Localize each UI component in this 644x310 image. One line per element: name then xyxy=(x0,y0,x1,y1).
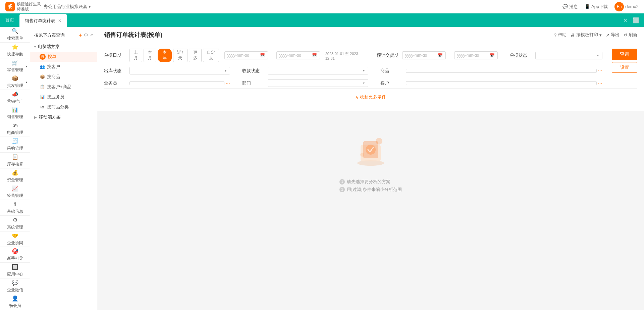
app-download-button[interactable]: 📱 App下载 xyxy=(585,4,608,10)
salesperson-label: 业务员 xyxy=(104,80,124,86)
sidebar: 🔍 搜索菜单 ⭐ 快捷导航 🛒 零售管理 ▾ 📦 批发管理 ▴ 📣 营销推广 📊… xyxy=(0,27,30,310)
date-btn-last-month[interactable]: 上月 xyxy=(129,49,142,62)
sidebar-item-ecommerce[interactable]: 🛍 电商管理 xyxy=(0,121,30,137)
page-actions: ? 帮助 🖨 按模板打印 ▾ ↗ 导出 ↺ xyxy=(554,32,637,38)
sidebar-item-guide[interactable]: 🎯 新手引导 xyxy=(0,247,30,263)
collapse-panel-button[interactable]: « xyxy=(90,32,93,38)
estimated-start-input[interactable]: yyyy-mm-dd 📅 xyxy=(402,51,446,59)
date-sub-text: 2023-01-01 至 2023-12-31 xyxy=(325,51,365,60)
sidebar-item-finance[interactable]: 💰 资金管理 xyxy=(0,168,30,184)
product-more-button[interactable]: ··· xyxy=(598,68,602,74)
tab-sales-order-stats[interactable]: 销售订单统计表 ✕ xyxy=(19,14,67,28)
sidebar-item-basic[interactable]: ℹ 基础信息 xyxy=(0,200,30,216)
date-range: yyyy-mm-dd 📅 — yyyy-mm-dd 📅 xyxy=(224,51,320,59)
sidebar-item-purchase[interactable]: 🧾 采购管理 xyxy=(0,137,30,153)
window-restore-button[interactable]: ⬜ xyxy=(632,16,640,24)
sidebar-item-system[interactable]: ⚙ 系统管理 xyxy=(0,216,30,231)
content-area: 按以下方案查询 + ⚙ « ▾ 电脑端方案 按 按单 xyxy=(30,27,644,310)
sidebar-item-inventory[interactable]: 📋 库存核算 xyxy=(0,153,30,168)
ship-chevron-icon: ▾ xyxy=(225,69,226,72)
date-btn-this-month[interactable]: 本月 xyxy=(144,49,156,62)
wechat-icon: 💬 xyxy=(12,279,18,286)
cooperation-icon: 🤝 xyxy=(12,232,18,239)
breadcrumb[interactable]: 办公用品行业模拟账套 ▾ xyxy=(44,4,91,10)
tip-num-2: 2 xyxy=(339,187,345,192)
sidebar-item-marketing[interactable]: 📣 营销推广 xyxy=(0,90,30,106)
finance-icon: 💰 xyxy=(12,169,18,176)
tree-item-by-salesperson[interactable]: 📊 按业务员 xyxy=(30,92,97,102)
estimated-end-input[interactable]: yyyy-mm-dd 📅 xyxy=(454,51,498,59)
settings-button[interactable]: 设置 xyxy=(612,62,637,73)
ship-status-select[interactable]: ▾ xyxy=(129,67,230,74)
tree-item-by-customer-product[interactable]: 📋 按客户+商品 xyxy=(30,82,97,92)
tree-section: ▾ 电脑端方案 按 按单 👥 按客户 📦 按商品 xyxy=(30,40,97,123)
breadcrumb-arrow-icon: ▾ xyxy=(89,4,91,9)
window-close-button[interactable]: ✕ xyxy=(621,16,629,24)
tree-pc-section[interactable]: ▾ 电脑端方案 xyxy=(30,42,97,52)
tree-mobile-section[interactable]: ▶ 移动端方案 xyxy=(30,112,97,122)
product-input[interactable] xyxy=(406,69,597,73)
tree-item-by-product-category[interactable]: 🗂 按商品分类 xyxy=(30,102,97,112)
ship-status-label: 出库状态 xyxy=(104,68,124,74)
chevron-up-icon: ▴ xyxy=(25,80,27,84)
department-select[interactable]: ▾ xyxy=(268,79,368,87)
tab-bar: 首页 销售订单统计表 ✕ ✕ ⬜ xyxy=(0,13,644,27)
date-start-input[interactable]: yyyy-mm-dd 📅 xyxy=(224,51,268,59)
sidebar-item-shortcut[interactable]: ⭐ 快捷导航 xyxy=(0,43,30,58)
date-btn-more[interactable]: 更多 xyxy=(189,49,202,62)
help-button[interactable]: ? 帮助 xyxy=(554,32,567,38)
query-button[interactable]: 查询 xyxy=(612,49,637,60)
sidebar-item-sales[interactable]: 📊 销售管理 xyxy=(0,105,30,121)
estimated-date-range: yyyy-mm-dd 📅 — yyyy-mm-dd 📅 xyxy=(402,51,498,59)
calendar-end-icon: 📅 xyxy=(312,53,317,58)
payment-status-select[interactable]: ▾ xyxy=(268,67,368,74)
sidebar-item-cooperation[interactable]: 🤝 企业协同 xyxy=(0,231,30,247)
tree-section-label: 电脑端方案 xyxy=(38,44,60,50)
filter-row-2: 出库状态 ▾ 收款状态 ▾ 商品 xyxy=(104,67,602,74)
customer-more-button[interactable]: ··· xyxy=(598,80,602,86)
filter-area: 单据日期 上月 本月 本年 近7天 更多 自定义 xyxy=(97,43,644,111)
print-icon: 🖨 xyxy=(571,33,575,38)
refresh-button[interactable]: ↺ 刷新 xyxy=(624,32,637,38)
sidebar-item-search[interactable]: 🔍 搜索菜单 xyxy=(0,27,30,43)
sidebar-item-retail[interactable]: 🛒 零售管理 ▾ xyxy=(0,58,30,74)
estimated-calendar-end-icon: 📅 xyxy=(490,53,495,58)
add-scheme-button[interactable]: + xyxy=(79,32,82,38)
tab-home[interactable]: 首页 xyxy=(0,13,19,27)
status-select[interactable]: ▾ xyxy=(535,52,602,59)
date-btn-this-year[interactable]: 本年 xyxy=(158,49,172,62)
tree-item-by-customer[interactable]: 👥 按客户 xyxy=(30,62,97,72)
inventory-icon: 📋 xyxy=(12,154,18,160)
tree-item-by-product[interactable]: 📦 按商品 xyxy=(30,72,97,82)
sales-icon: 📊 xyxy=(12,106,18,113)
logo-icon: 畅 xyxy=(5,2,15,11)
top-bar: 畅 畅捷通好生意 标准版 办公用品行业模拟账套 ▾ 💬 消息 📱 App下载 E… xyxy=(0,0,644,13)
customer-icon: 👥 xyxy=(40,64,45,69)
tab-close-icon[interactable]: ✕ xyxy=(58,18,61,23)
customer-input[interactable] xyxy=(406,81,597,85)
sidebar-item-appcenter[interactable]: 🔲 应用中心 xyxy=(0,263,30,278)
date-end-input[interactable]: yyyy-mm-dd 📅 xyxy=(276,51,320,59)
page-title: 销售订单统计表(按单) xyxy=(104,31,162,39)
sidebar-item-member[interactable]: 👤 畅会员 xyxy=(0,294,30,310)
tip-num-1: 1 xyxy=(339,179,345,185)
sidebar-item-wholesale[interactable]: 📦 批发管理 ▴ xyxy=(0,74,30,90)
ecommerce-icon: 🛍 xyxy=(12,122,18,128)
message-button[interactable]: 💬 消息 xyxy=(562,4,578,10)
settings-scheme-button[interactable]: ⚙ xyxy=(84,32,88,38)
expand-icon: ▾ xyxy=(34,45,36,49)
user-avatar-area[interactable]: Ea demo2 xyxy=(614,2,639,11)
date-btn-custom[interactable]: 自定义 xyxy=(203,49,219,62)
filter-row-1: 单据日期 上月 本月 本年 近7天 更多 自定义 xyxy=(104,49,602,62)
export-button[interactable]: ↗ 导出 xyxy=(606,32,620,38)
salesperson-more-button[interactable]: ··· xyxy=(226,80,230,86)
tree-item-by-order[interactable]: 按 按单 xyxy=(30,52,97,62)
collapse-button[interactable]: ∧ 收起更多条件 xyxy=(104,91,637,103)
main-content: 销售订单统计表(按单) ? 帮助 🖨 按模板打印 ▾ ↗ xyxy=(97,27,644,310)
sidebar-item-wechat[interactable]: 💬 企业微信 xyxy=(0,278,30,294)
marketing-icon: 📣 xyxy=(12,91,18,97)
template-print-button[interactable]: 🖨 按模板打印 ▾ xyxy=(571,32,602,38)
date-btn-7days[interactable]: 近7天 xyxy=(173,49,187,62)
sidebar-item-operations[interactable]: 📈 经营管理 xyxy=(0,184,30,200)
salesperson-input[interactable] xyxy=(129,81,224,85)
